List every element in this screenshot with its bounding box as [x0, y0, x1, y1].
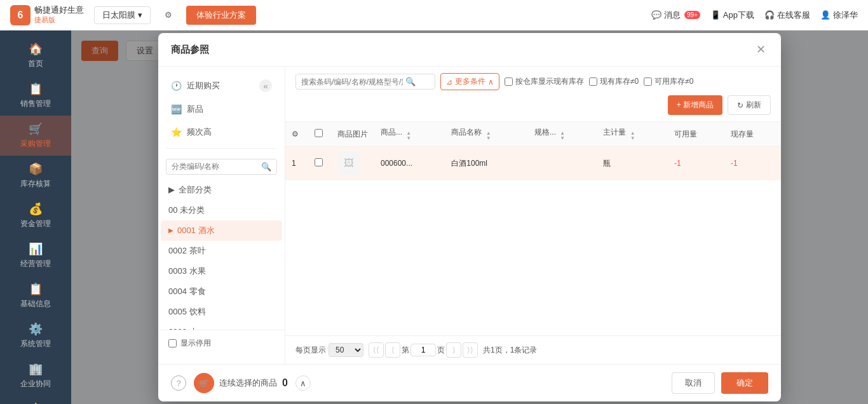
select-all-checkbox[interactable]: [315, 129, 323, 137]
left-panel-nav: 🕐 近期购买 « 🆕 新品 ⭐ 频次高: [158, 74, 285, 143]
confirm-btn[interactable]: 确定: [721, 372, 768, 394]
category-0005[interactable]: 0005 饮料: [161, 302, 282, 322]
toolbar-right: + 新增商品 ↻ 刷新: [668, 95, 771, 115]
category-search-input[interactable]: [172, 162, 259, 171]
sidebar-item-enterprise[interactable]: 🏢 企业协同: [0, 356, 71, 396]
available-stock-label[interactable]: 现有库存≠0: [589, 76, 639, 87]
user-nav-item[interactable]: 👤 徐泽华: [820, 10, 858, 21]
category-0004[interactable]: 0004 零食: [161, 281, 282, 302]
settings-col-icon: ⚙: [292, 130, 299, 138]
td-spec: [528, 147, 597, 180]
new-icon: 🆕: [171, 104, 182, 114]
sidebar-item-guide[interactable]: 🌟 新手引导: [0, 396, 71, 404]
top-nav: 6 畅捷通好生意 捷易版 日太阳膜 ▾ ⚙ 体验行业方案 💬 消息 99+ 📱 …: [0, 0, 868, 30]
th-code[interactable]: 商品... ▲▼: [374, 122, 445, 147]
more-filter-btn[interactable]: ⊿ 更多条件 ∧: [440, 73, 499, 90]
app-download-nav-item[interactable]: 📱 App下载: [710, 10, 754, 21]
category-search-box[interactable]: 🔍: [166, 159, 277, 175]
sidebar-item-basic[interactable]: 📋 基础信息: [0, 276, 71, 316]
table-row[interactable]: 1 🖼 000600... 白酒100ml: [285, 147, 781, 180]
product-reference-dialog: 商品参照 ✕ 🕐 近期购买 « �: [158, 33, 781, 401]
next-page-btn[interactable]: ⟩: [446, 342, 461, 358]
logo-text: 畅捷通好生意 捷易版: [34, 5, 84, 25]
page-nav: ⟨⟨ ⟨ 第 页 ⟩ ⟩⟩: [369, 342, 478, 358]
nav-right: 💬 消息 99+ 📱 App下载 🎧 在线客服 👤 徐泽华: [651, 10, 858, 21]
store-dropdown[interactable]: 日太阳膜 ▾: [94, 6, 151, 24]
content-area: 查询 设置 刷新 商品参照 ✕ 🕐: [71, 30, 868, 404]
product-thumbnail: 🖼: [337, 152, 360, 175]
home-icon: 🏠: [29, 42, 43, 56]
refresh-dialog-btn[interactable]: ↻ 刷新: [728, 95, 771, 115]
product-search-box[interactable]: 🔍: [295, 74, 435, 90]
page-size-select[interactable]: 50 20 100: [329, 343, 363, 357]
dialog-header: 商品参照 ✕: [158, 33, 781, 67]
add-product-btn[interactable]: + 新增商品: [668, 95, 722, 115]
usable-stock-label[interactable]: 可用库存≠0: [644, 76, 693, 87]
th-check[interactable]: [308, 122, 331, 147]
sidebar-item-inventory[interactable]: 📦 库存核算: [0, 156, 71, 196]
first-page-btn[interactable]: ⟨⟨: [369, 342, 384, 358]
last-page-btn[interactable]: ⟩⟩: [463, 342, 478, 358]
th-name[interactable]: 商品名称 ▲▼: [445, 122, 528, 147]
online-service-nav-item[interactable]: 🎧 在线客服: [764, 10, 810, 21]
help-icon[interactable]: ?: [171, 375, 186, 391]
prev-page-btn[interactable]: ⟨: [385, 342, 400, 358]
warehouse-stock-label[interactable]: 按仓库显示现有库存: [505, 76, 584, 87]
usable-stock-checkbox[interactable]: [644, 77, 652, 86]
left-panel: 🕐 近期购买 « 🆕 新品 ⭐ 频次高: [158, 67, 285, 364]
sidebar-item-operations[interactable]: 📊 经营管理: [0, 236, 71, 276]
show-disabled-checkbox[interactable]: [168, 339, 177, 347]
sales-icon: 📋: [29, 82, 43, 96]
collapse-left-btn[interactable]: «: [259, 79, 272, 92]
th-image: 商品图片: [331, 122, 374, 147]
td-index: 1: [285, 147, 308, 180]
phone-icon: 📱: [710, 10, 721, 20]
sidebar: 🏠 首页 📋 销售管理 🛒 采购管理 📦 库存核算 💰 资金管理 📊 经营管理 …: [0, 30, 71, 404]
dialog-close-btn[interactable]: ✕: [753, 42, 768, 57]
dialog-title: 商品参照: [171, 44, 209, 56]
messages-nav-item[interactable]: 💬 消息 99+: [651, 10, 700, 21]
recent-purchase-item[interactable]: 🕐 近期购买 «: [163, 74, 280, 97]
pagination-bar: 每页显示 50 20 100 ⟨⟨ ⟨ 第: [285, 335, 781, 364]
available-stock-checkbox[interactable]: [589, 77, 597, 86]
frequent-item[interactable]: ⭐ 频次高: [163, 121, 280, 143]
cart-label: 连续选择的商品: [219, 377, 277, 389]
settings-icon[interactable]: ⚙: [158, 5, 179, 25]
category-all[interactable]: ▶ 全部分类: [161, 180, 282, 200]
sidebar-item-finance[interactable]: 💰 资金管理: [0, 196, 71, 236]
sidebar-item-home[interactable]: 🏠 首页: [0, 36, 71, 76]
new-product-item[interactable]: 🆕 新品: [163, 98, 280, 120]
search-btn-icon[interactable]: 🔍: [405, 77, 416, 86]
sidebar-item-purchase[interactable]: 🛒 采购管理: [0, 116, 71, 156]
warehouse-stock-checkbox[interactable]: [505, 77, 513, 86]
table-header-row: ⚙ 商品图片 商品... ▲▼: [285, 122, 781, 147]
cancel-btn[interactable]: 取消: [672, 372, 715, 394]
collapse-footer-btn[interactable]: ∧: [295, 375, 311, 391]
star-icon: ⭐: [171, 127, 182, 137]
category-0003[interactable]: 0003 水果: [161, 261, 282, 281]
category-0002[interactable]: 0002 茶叶: [161, 241, 282, 261]
page-number-input[interactable]: [410, 344, 436, 356]
sidebar-item-sales[interactable]: 📋 销售管理: [0, 76, 71, 116]
td-code: 000600...: [374, 147, 445, 180]
category-00[interactable]: 00 未分类: [161, 200, 282, 220]
headset-icon: 🎧: [764, 10, 775, 20]
category-0008[interactable]: 0008 水: [161, 322, 282, 330]
th-settings[interactable]: ⚙: [285, 122, 308, 147]
td-check[interactable]: [308, 147, 331, 180]
category-0001[interactable]: ▶ 0001 酒水: [161, 220, 282, 241]
right-panel: 🔍 ⊿ 更多条件 ∧ 按仓库显示现有库存: [285, 67, 781, 364]
th-spec[interactable]: 规格... ▲▼: [528, 122, 597, 147]
th-unit[interactable]: 主计量 ▲▼: [597, 122, 668, 147]
product-table: ⚙ 商品图片 商品... ▲▼: [285, 122, 781, 180]
row-checkbox[interactable]: [315, 158, 323, 166]
filter-icon: ⊿: [446, 77, 452, 86]
message-icon: 💬: [651, 10, 661, 20]
dialog-footer: ? 🛒 连续选择的商品 0 ∧ 取消 确定: [158, 364, 781, 401]
trial-btn[interactable]: 体验行业方案: [186, 6, 256, 25]
sidebar-item-system[interactable]: ⚙️ 系统管理: [0, 316, 71, 356]
product-search-input[interactable]: [301, 77, 403, 86]
dialog-body: 🕐 近期购买 « 🆕 新品 ⭐ 频次高: [158, 67, 781, 364]
search-icon: 🔍: [261, 162, 271, 172]
chevron-up-icon: ∧: [488, 77, 494, 86]
